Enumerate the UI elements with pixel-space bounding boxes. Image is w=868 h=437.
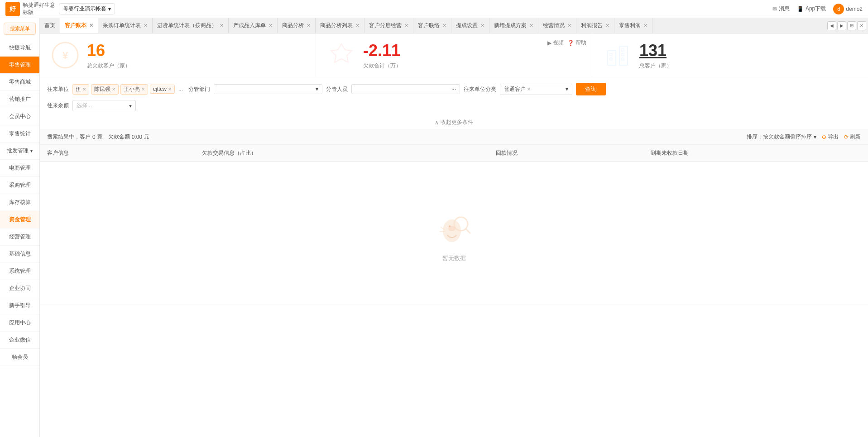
tab-expand-button[interactable]: ⊞ <box>847 21 856 30</box>
tag-close-wu[interactable]: ✕ <box>82 87 86 92</box>
search-menu-button[interactable]: 搜索菜单 <box>4 23 36 35</box>
data-table: 客户信息 欠款交易信息（占比） 回款情况 到期未收款日期 <box>40 145 868 304</box>
sidebar-item-member[interactable]: 畅会员 <box>0 349 39 366</box>
tab-close-all-button[interactable]: ✕ <box>857 21 866 30</box>
video-icon: ▶ <box>547 40 551 46</box>
sidebar-item-beginner[interactable]: 新手引导 <box>0 297 39 314</box>
sidebar-item-app-center[interactable]: 应用中心 <box>0 314 39 332</box>
chevron-down-icon: ▾ <box>566 86 568 92</box>
tab-close-icon[interactable]: ✕ <box>144 23 148 28</box>
sort-selector[interactable]: 排序：按欠款金额倒序排序 ▾ <box>747 133 816 141</box>
tab-prev-button[interactable]: ◀ <box>827 21 836 30</box>
tab-close-icon[interactable]: ✕ <box>567 23 571 28</box>
sidebar-item-purchase[interactable]: 采购管理 <box>0 177 39 194</box>
tab-product-analysis-list[interactable]: 商品分析列表 ✕ <box>316 18 364 33</box>
query-button[interactable]: 查询 <box>576 83 606 95</box>
collapse-button[interactable]: ∧ 收起更多条件 <box>431 119 477 126</box>
svg-rect-8 <box>622 58 624 60</box>
filter-tag-wang[interactable]: 王小亮 ✕ <box>120 84 148 95</box>
filter-tag-chen[interactable]: 陈民强 ✕ <box>91 84 119 95</box>
sidebar-item-inventory[interactable]: 库存核算 <box>0 194 39 211</box>
result-actions: 排序：按欠款金额倒序排序 ▾ ⊙ 导出 ⟳ 刷新 <box>747 133 861 141</box>
tab-close-icon[interactable]: ✕ <box>643 23 647 28</box>
app-download-btn[interactable]: 📱 App下载 <box>797 5 826 13</box>
tag-close-wang[interactable]: ✕ <box>141 87 145 92</box>
tab-close-icon[interactable]: ✕ <box>307 23 311 28</box>
chevron-down-icon: ▾ <box>108 6 111 12</box>
tag-close-cjttcw[interactable]: ✕ <box>168 87 172 92</box>
sidebar-item-operations[interactable]: 经营管理 <box>0 228 39 246</box>
tab-retail-profit[interactable]: 零售利润 ✕ <box>614 18 652 33</box>
tab-add-commission-plan[interactable]: 新增提成方案 ✕ <box>489 18 538 33</box>
tag-close-chen[interactable]: ✕ <box>112 87 115 92</box>
tab-close-icon[interactable]: ✕ <box>480 23 484 28</box>
sidebar-item-basic-info[interactable]: 基础信息 <box>0 246 39 263</box>
filter-tag-category[interactable]: 普通客户 ✕ <box>504 86 531 93</box>
tab-close-icon[interactable]: ✕ <box>355 23 360 28</box>
tab-purchase-order-stats[interactable]: 采购订单统计表 ✕ <box>98 18 153 33</box>
tab-close-icon[interactable]: ✕ <box>89 23 93 28</box>
sidebar-item-retail-mall[interactable]: 零售商城 <box>0 74 39 91</box>
col-debt-info: 欠款交易信息（占比） <box>195 145 489 162</box>
sidebar-item-ecommerce[interactable]: 电商管理 <box>0 160 39 177</box>
tab-operations[interactable]: 经营情况 ✕ <box>538 18 576 33</box>
video-help-btn[interactable]: ▶ 视频 <box>547 39 564 47</box>
filter-remain-select[interactable]: 选择... ▾ <box>72 100 136 111</box>
sidebar-item-enterprise-wechat[interactable]: 企业微信 <box>0 332 39 349</box>
refresh-button[interactable]: ⟳ 刷新 <box>844 133 861 141</box>
sidebar-item-retail-stats[interactable]: 零售统计 <box>0 125 39 142</box>
tab-profit-report[interactable]: 利润报告 ✕ <box>576 18 614 33</box>
logo-area: 好 畅捷通好生意 标版 <box>5 2 55 16</box>
tag-close-category[interactable]: ✕ <box>527 87 531 92</box>
tab-close-icon[interactable]: ✕ <box>269 23 273 28</box>
svg-rect-4 <box>610 53 612 56</box>
export-button[interactable]: ⊙ 导出 <box>822 133 839 141</box>
sidebar-item-enterprise-collab[interactable]: 企业协同 <box>0 280 39 297</box>
empty-state: 暂无数据 <box>47 167 861 299</box>
sidebar-item-member-center[interactable]: 会员中心 <box>0 108 39 125</box>
tab-customer-segmentation[interactable]: 客户分层经营 ✕ <box>364 18 413 33</box>
sidebar-item-wholesale[interactable]: 批发管理▾ <box>0 142 39 160</box>
filter-more-units[interactable]: ... <box>177 85 185 93</box>
tab-home[interactable]: 首页 <box>40 18 60 33</box>
tab-commission-settings[interactable]: 提成设置 ✕ <box>451 18 489 33</box>
message-btn[interactable]: ✉ 消息 <box>772 5 790 13</box>
filter-tag-cjttcw[interactable]: cjttcw ✕ <box>150 85 175 94</box>
tab-close-icon[interactable]: ✕ <box>404 23 408 28</box>
sidebar-item-retail-mgmt[interactable]: 零售管理 <box>0 57 39 74</box>
stats-row: ¥ 16 总欠款客户（家） -2 <box>40 33 868 77</box>
sidebar-item-system[interactable]: 系统管理 <box>0 263 39 280</box>
chevron-down-icon: ▾ <box>30 148 33 153</box>
filter-tag-wu[interactable]: 伍 ✕ <box>72 84 89 95</box>
filter-dept-select[interactable]: ▾ <box>214 84 322 94</box>
logo-text: 畅捷通好生意 标版 <box>23 2 55 16</box>
org-selector[interactable]: 母婴行业演示帐套 ▾ <box>59 3 115 14</box>
filter-label-remain: 往来余额 <box>47 102 69 109</box>
tab-product-analysis[interactable]: 商品分析 ✕ <box>278 18 316 33</box>
tab-purchase-stats-by-product[interactable]: 进货单统计表（按商品） ✕ <box>153 18 229 33</box>
tab-product-inbound[interactable]: 产成品入库单 ✕ <box>229 18 278 33</box>
sidebar-item-quick-nav[interactable]: 快捷导航 <box>0 39 39 57</box>
empty-state-cell: 暂无数据 <box>40 162 868 304</box>
filter-label-unit: 往来单位 <box>47 86 69 93</box>
tab-next-button[interactable]: ▶ <box>837 21 846 30</box>
tab-customer-ledger[interactable]: 客户账本 ✕ <box>60 18 98 33</box>
message-icon: ✉ <box>772 6 777 12</box>
sidebar-item-marketing[interactable]: 营销推广 <box>0 91 39 108</box>
svg-text:¥: ¥ <box>62 50 68 61</box>
tab-close-icon[interactable]: ✕ <box>529 23 533 28</box>
filter-category-select[interactable]: 普通客户 ✕ ▾ <box>500 84 572 95</box>
logo-icon: 好 <box>5 2 20 16</box>
stat-label-amount: 欠款合计（万） <box>363 62 401 70</box>
export-icon: ⊙ <box>822 134 826 140</box>
col-due-date: 到期未收款日期 <box>643 145 868 162</box>
doc-help-btn[interactable]: ❓ 帮助 <box>567 39 586 47</box>
tab-close-icon[interactable]: ✕ <box>220 23 224 28</box>
tab-close-icon[interactable]: ✕ <box>442 23 446 28</box>
tab-close-icon[interactable]: ✕ <box>605 23 609 28</box>
tab-customer-contact[interactable]: 客户联络 ✕ <box>413 18 451 33</box>
filter-person-select[interactable]: ··· <box>351 84 460 94</box>
user-profile[interactable]: d demo2 <box>833 4 863 14</box>
sidebar-item-finance[interactable]: 资金管理 <box>0 211 39 228</box>
ellipsis-icon: ··· <box>451 86 456 92</box>
